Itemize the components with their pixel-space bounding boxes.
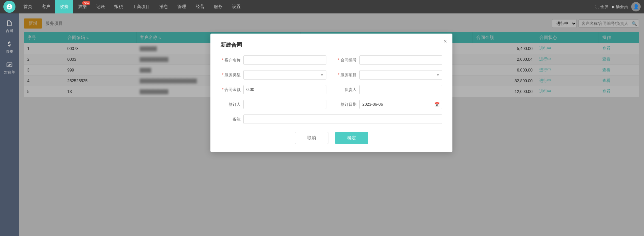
sign-date-wrapper: 📅 bbox=[359, 100, 442, 109]
nav-business[interactable]: 工商项目 bbox=[128, 0, 155, 13]
fullscreen-icon: ⛶ bbox=[595, 4, 599, 9]
form-grid: 客户名称 合同编号 服务类型 ▼ bbox=[220, 55, 442, 124]
nav-settings[interactable]: 设置 bbox=[227, 0, 245, 13]
service-item-label: 服务项目 bbox=[336, 72, 357, 78]
avatar[interactable]: 👤 bbox=[631, 2, 641, 11]
amount-row: 合同金额 bbox=[220, 85, 326, 94]
member-label: 畅会员 bbox=[616, 4, 628, 10]
responsible-row: 负责人 bbox=[336, 85, 442, 94]
service-type-label: 服务类型 bbox=[220, 72, 241, 78]
responsible-input[interactable] bbox=[359, 85, 442, 94]
nav-fee[interactable]: 收费 bbox=[55, 0, 73, 13]
remark-label: 备注 bbox=[220, 116, 241, 122]
contract-no-input[interactable] bbox=[359, 55, 442, 65]
content-area: 新增 服务项目 进行中 已完成 已终止 🔍 序号 合同编码⇅ bbox=[19, 13, 644, 236]
service-item-select-wrapper: ▼ bbox=[359, 70, 442, 80]
new-contract-modal: 新建合同 × 客户名称 合同编号 服务类型 bbox=[210, 34, 452, 152]
app-logo bbox=[3, 1, 15, 13]
sidebar-contract-label: 合同 bbox=[6, 28, 13, 33]
confirm-button[interactable]: 确定 bbox=[335, 132, 368, 144]
signer-input[interactable] bbox=[243, 100, 326, 109]
remark-row: 备注 bbox=[220, 114, 442, 124]
calendar-icon[interactable]: 📅 bbox=[434, 102, 440, 107]
signer-label: 签订人 bbox=[220, 102, 241, 107]
modal-close-button[interactable]: × bbox=[443, 38, 447, 44]
modal-overlay: 新建合同 × 客户名称 合同编号 服务类型 bbox=[19, 13, 644, 236]
statement-icon bbox=[6, 61, 13, 68]
customer-name-input[interactable] bbox=[243, 55, 326, 65]
service-item-row: 服务项目 ▼ bbox=[336, 70, 442, 80]
cancel-button[interactable]: 取消 bbox=[295, 132, 328, 144]
nav-accounting[interactable]: 记账 bbox=[91, 0, 110, 13]
nav-message[interactable]: 消息 bbox=[155, 0, 173, 13]
amount-label: 合同金额 bbox=[220, 87, 241, 93]
sign-date-label: 签订日期 bbox=[336, 102, 357, 107]
member-button[interactable]: ▶ 畅会员 bbox=[612, 4, 628, 10]
fullscreen-button[interactable]: ⛶ 全屏 bbox=[595, 4, 608, 10]
nav-client[interactable]: 客户 bbox=[37, 0, 55, 13]
service-type-select-wrapper: ▼ bbox=[243, 70, 326, 80]
nav-operation[interactable]: 经营 bbox=[191, 0, 209, 13]
sidebar-item-contract[interactable]: 合同 bbox=[1, 17, 18, 36]
nav-manage[interactable]: 管理 bbox=[173, 0, 191, 13]
contract-no-row: 合同编号 bbox=[336, 55, 442, 65]
member-icon: ▶ bbox=[612, 4, 615, 9]
nav-home[interactable]: 首页 bbox=[19, 0, 37, 13]
contract-no-label: 合同编号 bbox=[336, 57, 357, 63]
sidebar-fee-label: 收费 bbox=[6, 49, 13, 54]
fullscreen-label: 全屏 bbox=[600, 4, 608, 10]
sidebar-item-statement[interactable]: 对账单 bbox=[1, 58, 18, 78]
modal-title: 新建合同 bbox=[220, 42, 442, 49]
nav-right-area: ⛶ 全屏 ▶ 畅会员 👤 bbox=[595, 2, 641, 11]
contract-icon bbox=[6, 19, 13, 27]
customer-name-row: 客户名称 bbox=[220, 55, 326, 65]
remark-input[interactable] bbox=[243, 114, 442, 124]
sign-date-row: 签订日期 📅 bbox=[336, 100, 442, 109]
responsible-label: 负责人 bbox=[336, 87, 357, 93]
nav-service[interactable]: 服务 bbox=[209, 0, 227, 13]
nav-tax[interactable]: 报税 bbox=[110, 0, 128, 13]
sidebar: 合同 收费 对账单 bbox=[0, 13, 19, 236]
modal-footer: 取消 确定 bbox=[220, 132, 442, 144]
nav-ticket[interactable]: 票据 new bbox=[73, 0, 91, 13]
main-layout: 合同 收费 对账单 新增 服务项目 进行中 已完成 已终止 bbox=[0, 13, 644, 236]
sidebar-item-fee[interactable]: 收费 bbox=[1, 38, 18, 57]
new-badge: new bbox=[82, 1, 90, 5]
fee-icon bbox=[6, 40, 13, 48]
top-navigation: 首页 客户 收费 票据 new 记账 报税 工商项目 消息 管理 经营 服务 设… bbox=[0, 0, 644, 13]
nav-menu: 首页 客户 收费 票据 new 记账 报税 工商项目 消息 管理 经营 服务 设… bbox=[19, 0, 595, 13]
sidebar-statement-label: 对账单 bbox=[4, 70, 15, 75]
service-item-select[interactable] bbox=[359, 70, 442, 80]
service-type-row: 服务类型 ▼ bbox=[220, 70, 326, 80]
customer-name-label: 客户名称 bbox=[220, 57, 241, 63]
sign-date-input[interactable] bbox=[359, 100, 442, 109]
signer-row: 签订人 bbox=[220, 100, 326, 109]
amount-input[interactable] bbox=[243, 85, 326, 94]
service-type-select[interactable] bbox=[243, 70, 326, 80]
